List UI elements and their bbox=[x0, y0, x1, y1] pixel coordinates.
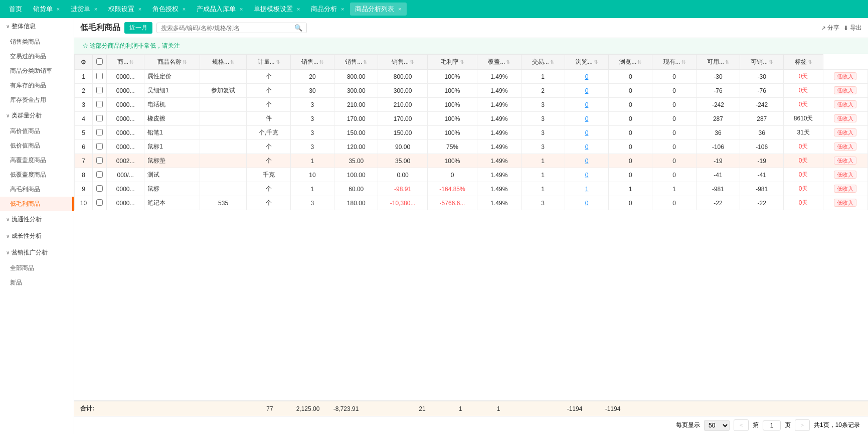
sidebar-item-new-goods[interactable]: 新品 bbox=[0, 275, 74, 290]
sidebar-item-all-goods[interactable]: 全部商品 bbox=[0, 261, 74, 275]
trade-link[interactable]: 0 bbox=[585, 87, 589, 94]
trade-link[interactable]: 0 bbox=[585, 129, 589, 136]
row-browse1: 0 bbox=[609, 154, 652, 168]
col-coverage-header[interactable]: 覆盖...⇅ bbox=[477, 55, 521, 70]
nav-role[interactable]: 角色授权 × bbox=[147, 3, 191, 16]
page-number-input[interactable] bbox=[763, 420, 781, 430]
select-all-checkbox[interactable] bbox=[96, 58, 103, 65]
row-no: 9 bbox=[75, 182, 93, 196]
col-code-header[interactable]: 商...⇅ bbox=[107, 55, 144, 70]
tag-badge: 低收入 bbox=[834, 100, 856, 108]
sidebar-item-category-sales[interactable]: 商品分类助销率 bbox=[0, 64, 74, 78]
col-current-header[interactable]: 现有...⇅ bbox=[652, 55, 696, 70]
col-spec-header[interactable]: 规格...⇅ bbox=[200, 55, 247, 70]
row-sales3: -10,380... bbox=[378, 196, 427, 210]
row-checkbox[interactable] bbox=[93, 98, 107, 112]
col-browse2-header[interactable]: 浏览...⇅ bbox=[609, 55, 652, 70]
row-checkbox[interactable] bbox=[93, 140, 107, 154]
trade-link[interactable]: 0 bbox=[585, 158, 589, 165]
prev-page-button[interactable]: ＜ bbox=[734, 419, 749, 431]
trade-link[interactable]: 0 bbox=[585, 101, 589, 108]
nav-permission-close[interactable]: × bbox=[138, 6, 141, 12]
sidebar-item-high-margin[interactable]: 高毛利商品 bbox=[0, 182, 74, 197]
col-sales2-header[interactable]: 销售...⇅ bbox=[334, 55, 378, 70]
nav-sales-close[interactable]: × bbox=[57, 6, 60, 12]
sidebar-item-low-value[interactable]: 低价值商品 bbox=[0, 138, 74, 153]
export-button[interactable]: ⬇ 导出 bbox=[843, 24, 862, 32]
row-spec bbox=[200, 70, 247, 84]
trade-link[interactable]: 0 bbox=[585, 200, 589, 207]
trade-link[interactable]: 0 bbox=[585, 115, 589, 122]
sidebar-item-high-coverage[interactable]: 高覆盖度商品 bbox=[0, 153, 74, 168]
per-page-select[interactable]: 50 20 100 bbox=[704, 420, 730, 431]
nav-product-entry[interactable]: 产成品入库单 × bbox=[192, 3, 248, 16]
row-checkbox[interactable] bbox=[93, 154, 107, 168]
sidebar-group-marketing[interactable]: ∨ 营销推广分析 bbox=[0, 244, 74, 261]
content-header: 低毛利商品 近一月 🔍 ↗ 分享 ⬇ 导出 bbox=[74, 18, 868, 38]
nav-sales[interactable]: 销货单 × bbox=[28, 3, 65, 16]
sidebar-item-low-coverage[interactable]: 低覆盖度商品 bbox=[0, 168, 74, 182]
row-checkbox[interactable] bbox=[93, 84, 107, 98]
sidebar-item-stock-capital[interactable]: 库存资金占用 bbox=[0, 93, 74, 107]
col-gp-header[interactable]: 毛利率⇅ bbox=[427, 55, 477, 70]
sidebar-item-traded-goods[interactable]: 交易过的商品 bbox=[0, 49, 74, 64]
row-sales1: 3 bbox=[290, 196, 334, 210]
nav-product-analysis[interactable]: 商品分析 × bbox=[306, 3, 349, 16]
row-sales2: 100.00 bbox=[334, 168, 378, 182]
share-button[interactable]: ↗ 分享 bbox=[821, 24, 839, 32]
row-checkbox[interactable] bbox=[93, 196, 107, 210]
col-name-header[interactable]: 商品名称⇅ bbox=[144, 55, 200, 70]
data-table-wrapper: ⚙ 商...⇅ 商品名称⇅ 规格...⇅ 计量...⇅ 销售...⇅ 销售...… bbox=[74, 54, 868, 400]
row-available: 287 bbox=[740, 112, 784, 126]
col-unit-header[interactable]: 计量...⇅ bbox=[247, 55, 290, 70]
nav-purchase[interactable]: 进货单 × bbox=[66, 3, 102, 16]
next-page-button[interactable]: ＞ bbox=[795, 419, 810, 431]
nav-template[interactable]: 单据模板设置 × bbox=[249, 3, 305, 16]
row-checkbox[interactable] bbox=[93, 70, 107, 84]
nav-permission[interactable]: 权限设置 × bbox=[103, 3, 146, 16]
tag-badge: 低收入 bbox=[834, 128, 856, 136]
row-checkbox[interactable] bbox=[93, 126, 107, 140]
sidebar-group-overall[interactable]: ∨ 整体信息 bbox=[0, 18, 74, 35]
date-filter-button[interactable]: 近一月 bbox=[124, 22, 152, 34]
nav-product-analysis-close[interactable]: × bbox=[341, 6, 344, 12]
row-name: 测试 bbox=[144, 168, 200, 182]
search-icon[interactable]: 🔍 bbox=[294, 24, 302, 32]
nav-purchase-close[interactable]: × bbox=[94, 6, 97, 12]
row-browse2: 0 bbox=[652, 196, 696, 210]
nav-home[interactable]: 首页 bbox=[4, 3, 27, 16]
nav-product-analysis-list[interactable]: 商品分析列表 × bbox=[350, 3, 406, 16]
col-checkbox-all[interactable] bbox=[93, 55, 107, 70]
col-sales3-header[interactable]: 销售...⇅ bbox=[378, 55, 427, 70]
sidebar-item-high-value[interactable]: 高价值商品 bbox=[0, 124, 74, 138]
nav-product-analysis-list-close[interactable]: × bbox=[398, 6, 401, 12]
nav-template-close[interactable]: × bbox=[297, 6, 300, 12]
sidebar-group-flow[interactable]: ∨ 流通性分析 bbox=[0, 211, 74, 228]
row-coverage: 2 bbox=[521, 84, 565, 98]
col-settings[interactable]: ⚙ bbox=[75, 55, 93, 70]
row-checkbox[interactable] bbox=[93, 112, 107, 126]
sidebar-group-growth[interactable]: ∨ 成长性分析 bbox=[0, 228, 74, 244]
sidebar-item-in-stock[interactable]: 有库存的商品 bbox=[0, 78, 74, 93]
row-no: 8 bbox=[75, 168, 93, 182]
col-available-header[interactable]: 可用...⇅ bbox=[696, 55, 740, 70]
col-sales1-header[interactable]: 销售...⇅ bbox=[290, 55, 334, 70]
col-browse1-header[interactable]: 浏览...⇅ bbox=[565, 55, 608, 70]
row-checkbox[interactable] bbox=[93, 168, 107, 182]
trade-link[interactable]: 0 bbox=[585, 73, 589, 80]
nav-role-close[interactable]: × bbox=[183, 6, 186, 12]
row-maoli: 1.49% bbox=[477, 112, 521, 126]
top-navigation: 首页 销货单 × 进货单 × 权限设置 × 角色授权 × 产成品入库单 × 单据… bbox=[0, 0, 868, 18]
sidebar-group-cluster[interactable]: ∨ 类群量分析 bbox=[0, 107, 74, 124]
row-checkbox[interactable] bbox=[93, 182, 107, 196]
trade-link[interactable]: 1 bbox=[585, 186, 589, 193]
search-input[interactable] bbox=[161, 25, 294, 32]
nav-product-entry-close[interactable]: × bbox=[240, 6, 243, 12]
trade-link[interactable]: 0 bbox=[585, 172, 589, 179]
col-tag-header[interactable]: 标签⇅ bbox=[784, 55, 823, 70]
trade-link[interactable]: 0 bbox=[585, 143, 589, 151]
col-sellable-header[interactable]: 可销...⇅ bbox=[740, 55, 784, 70]
sidebar-item-low-margin[interactable]: 低毛利商品 bbox=[0, 197, 74, 211]
col-trade-header[interactable]: 交易...⇅ bbox=[521, 55, 565, 70]
sidebar-item-sales-goods[interactable]: 销售类商品 bbox=[0, 35, 74, 49]
